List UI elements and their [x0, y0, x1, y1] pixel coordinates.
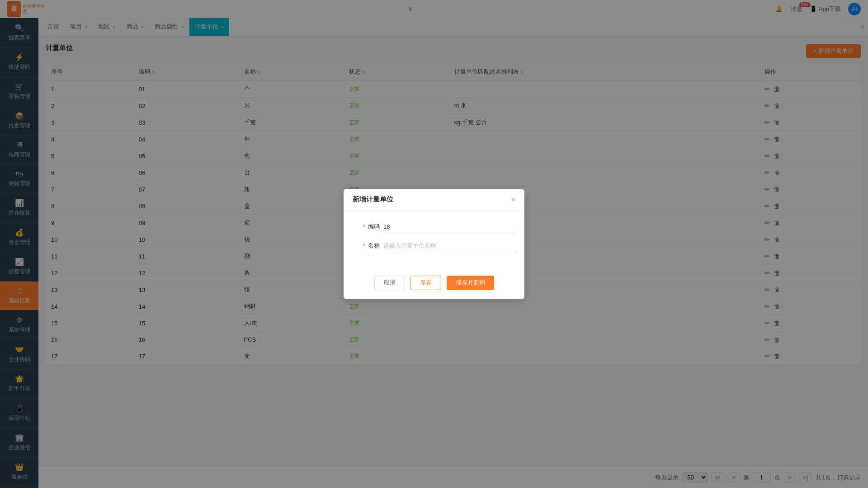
- modal-header: 新增计量单位 ×: [344, 189, 524, 211]
- code-input[interactable]: [383, 221, 515, 232]
- modal-body: * 编码 * 名称: [344, 211, 524, 270]
- modal-close-button[interactable]: ×: [511, 196, 515, 204]
- modal-title: 新增计量单位: [353, 195, 393, 204]
- form-row-code: * 编码: [353, 221, 515, 232]
- add-unit-modal: 新增计量单位 × * 编码 * 名称 取消 保存 保存并新增: [344, 189, 524, 299]
- modal-footer: 取消 保存 保存并新增: [344, 270, 524, 299]
- form-row-name: * 名称: [353, 240, 515, 251]
- save-button[interactable]: 保存: [410, 276, 441, 290]
- form-label-name: * 名称: [353, 242, 380, 250]
- cancel-button[interactable]: 取消: [374, 276, 405, 290]
- form-label-code: * 编码: [353, 223, 380, 231]
- save-and-new-button[interactable]: 保存并新增: [447, 276, 494, 290]
- modal-overlay: 新增计量单位 × * 编码 * 名称 取消 保存 保存并新增: [0, 0, 868, 488]
- name-input[interactable]: [383, 240, 515, 251]
